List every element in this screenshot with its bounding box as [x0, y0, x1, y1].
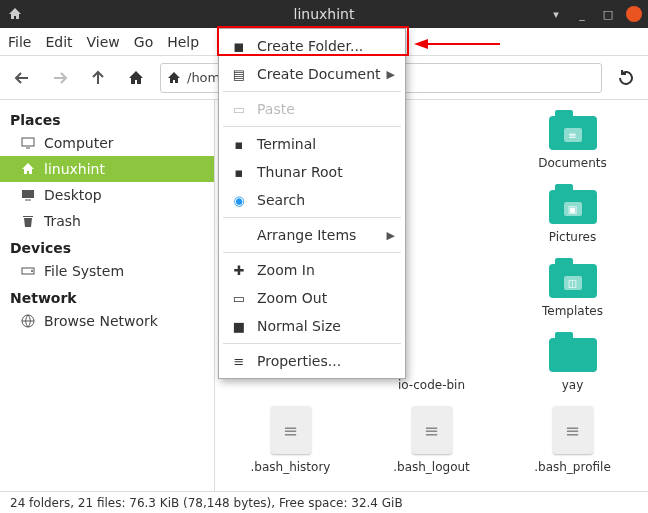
sidebar-label: linuxhint [44, 161, 105, 177]
template-icon: ◫ [564, 276, 582, 290]
globe-icon [20, 313, 36, 329]
folder-pictures[interactable]: ▣ Pictures [507, 184, 638, 244]
sidebar-item-linuxhint[interactable]: linuxhint [0, 156, 214, 182]
context-normal-size[interactable]: ■ Normal Size [219, 312, 405, 340]
home-icon [128, 70, 144, 86]
caret-down-icon[interactable]: ▾ [548, 6, 564, 22]
zoom-in-icon: ✚ [231, 262, 247, 278]
context-create-document[interactable]: ▤ Create Document ▶ [219, 60, 405, 88]
context-label: Properties... [257, 353, 341, 369]
file-label: Templates [542, 304, 603, 318]
sidebar-item-browse-network[interactable]: Browse Network [0, 308, 214, 334]
context-zoom-in[interactable]: ✚ Zoom In [219, 256, 405, 284]
context-label: Normal Size [257, 318, 341, 334]
context-paste: ▭ Paste [219, 95, 405, 123]
sidebar-label: Browse Network [44, 313, 158, 329]
sidebar-label: Trash [44, 213, 81, 229]
minimize-button[interactable]: _ [574, 6, 590, 22]
search-icon: ◉ [231, 192, 247, 208]
context-label: Search [257, 192, 305, 208]
nav-back-button[interactable] [8, 64, 36, 92]
menu-edit[interactable]: Edit [45, 34, 72, 50]
sidebar-heading-network: Network [0, 284, 214, 308]
arrow-up-icon [90, 70, 106, 86]
window-title: linuxhint [294, 6, 355, 22]
menu-view[interactable]: View [87, 34, 120, 50]
sidebar-item-desktop[interactable]: Desktop [0, 182, 214, 208]
window-titlebar: linuxhint ▾ _ □ [0, 0, 648, 28]
text-file-icon: ≡ [412, 406, 452, 454]
file-bash-history[interactable]: ≡ .bash_history [225, 406, 356, 474]
context-label: Arrange Items [257, 227, 356, 243]
properties-icon: ≡ [231, 353, 247, 369]
context-properties[interactable]: ≡ Properties... [219, 347, 405, 375]
menu-go[interactable]: Go [134, 34, 153, 50]
statusbar-text: 24 folders, 21 files: 76.3 KiB (78,148 b… [10, 496, 403, 510]
file-label: yay [562, 378, 584, 392]
menu-file[interactable]: File [8, 34, 31, 50]
zoom-out-icon: ▭ [231, 290, 247, 306]
file-label: Documents [538, 156, 606, 170]
desktop-icon [20, 187, 36, 203]
sidebar-label: File System [44, 263, 124, 279]
text-file-icon: ≡ [271, 406, 311, 454]
home-icon [167, 71, 181, 85]
drive-icon [20, 263, 36, 279]
chevron-right-icon: ▶ [387, 68, 395, 81]
context-thunar-root[interactable]: ▪ Thunar Root [219, 158, 405, 186]
context-zoom-out[interactable]: ▭ Zoom Out [219, 284, 405, 312]
sidebar-item-filesystem[interactable]: File System [0, 258, 214, 284]
sidebar-item-trash[interactable]: Trash [0, 208, 214, 234]
statusbar: 24 folders, 21 files: 76.3 KiB (78,148 b… [0, 491, 648, 513]
clipboard-icon: ▭ [231, 101, 247, 117]
document-icon: ≡ [564, 128, 582, 142]
monitor-icon [20, 135, 36, 151]
folder-templates[interactable]: ◫ Templates [507, 258, 638, 318]
file-label: .bash_profile [534, 460, 611, 474]
context-label: Create Document [257, 66, 381, 82]
context-label: Zoom Out [257, 290, 327, 306]
terminal-icon: ▪ [231, 136, 247, 152]
sidebar: Places Computer linuxhint Desktop Trash … [0, 100, 215, 491]
sidebar-heading-places: Places [0, 106, 214, 130]
file-label: .bash_logout [393, 460, 470, 474]
sidebar-label: Computer [44, 135, 114, 151]
chevron-right-icon: ▶ [387, 229, 395, 242]
folder-icon: ▪ [231, 164, 247, 180]
menu-help[interactable]: Help [167, 34, 199, 50]
context-label: Paste [257, 101, 295, 117]
nav-up-button[interactable] [84, 64, 112, 92]
context-terminal[interactable]: ▪ Terminal [219, 130, 405, 158]
sidebar-heading-devices: Devices [0, 234, 214, 258]
app-icon [6, 7, 24, 21]
folder-documents[interactable]: ≡ Documents [507, 110, 638, 170]
context-label: Terminal [257, 136, 316, 152]
sidebar-label: Desktop [44, 187, 102, 203]
context-arrange-items[interactable]: Arrange Items ▶ [219, 221, 405, 249]
reload-button[interactable] [612, 64, 640, 92]
maximize-button[interactable]: □ [600, 6, 616, 22]
context-label: Create Folder... [257, 38, 363, 54]
file-label: io-code-bin [398, 378, 465, 392]
file-bash-profile[interactable]: ≡ .bash_profile [507, 406, 638, 474]
image-icon: ▣ [564, 202, 582, 216]
reload-icon [617, 69, 635, 87]
home-icon [8, 7, 22, 21]
svg-rect-1 [22, 190, 34, 198]
home-icon [20, 161, 36, 177]
folder-yay[interactable]: yay [507, 332, 638, 392]
context-create-folder[interactable]: ◼ Create Folder... [219, 32, 405, 60]
context-label: Thunar Root [257, 164, 343, 180]
context-label: Zoom In [257, 262, 315, 278]
nav-home-button[interactable] [122, 64, 150, 92]
file-bash-logout[interactable]: ≡ .bash_logout [366, 406, 497, 474]
close-button[interactable] [626, 6, 642, 22]
svg-rect-0 [22, 138, 34, 146]
nav-forward-button[interactable] [46, 64, 74, 92]
context-search[interactable]: ◉ Search [219, 186, 405, 214]
svg-point-3 [31, 270, 33, 272]
document-plus-icon: ▤ [231, 66, 247, 82]
arrow-right-icon [52, 70, 68, 86]
text-file-icon: ≡ [553, 406, 593, 454]
sidebar-item-computer[interactable]: Computer [0, 130, 214, 156]
